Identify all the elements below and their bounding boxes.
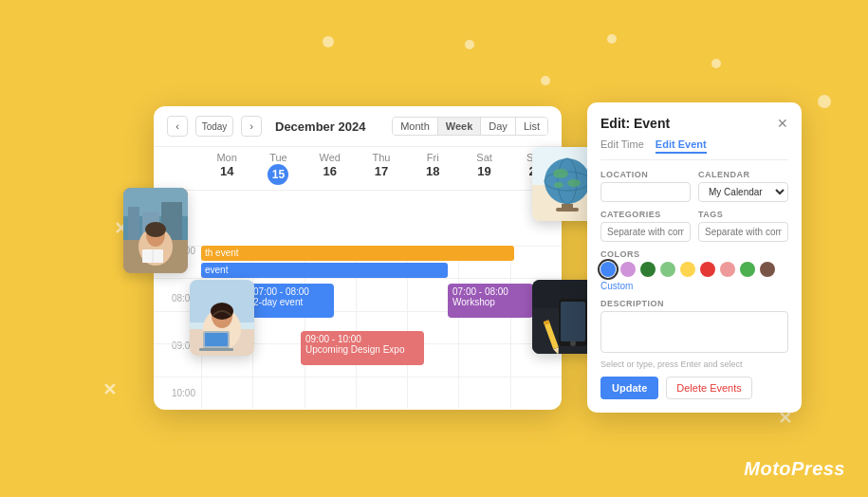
edit-panel-title: Edit: Event: [600, 116, 670, 131]
svg-point-23: [545, 158, 590, 204]
categories-group: CATEGORIES: [600, 210, 691, 242]
grid-row-5: [154, 377, 562, 409]
svg-point-26: [553, 169, 568, 178]
calendar-group: CALENDAR My Calendar: [698, 170, 788, 202]
day-num-tue: 15: [268, 164, 288, 185]
view-day[interactable]: Day: [481, 118, 516, 135]
description-section: DESCRIPTION Select or type, press Enter …: [600, 299, 788, 369]
event-workshop[interactable]: 07:00 - 08:00 Workshop: [448, 284, 533, 318]
day-name-thu: Thu: [373, 152, 391, 163]
photo-woman-reading: [123, 188, 188, 273]
tags-group: TAGS: [698, 210, 788, 242]
color-brown[interactable]: [760, 262, 775, 277]
photo-woman-laptop: [190, 280, 254, 356]
day-header-mon: Mon 14: [201, 147, 252, 190]
tab-edit-event[interactable]: Edit Event: [656, 138, 707, 154]
color-yellow[interactable]: [680, 262, 695, 277]
photo-woman-laptop-svg: [190, 280, 254, 356]
description-textarea[interactable]: [600, 311, 788, 353]
grid-col-6: [458, 246, 509, 409]
svg-point-28: [554, 182, 563, 188]
svg-rect-29: [562, 204, 573, 208]
event-2day-time: 07:00 - 08:00: [253, 286, 329, 297]
svg-point-27: [567, 179, 581, 187]
colors-label: COLORS: [600, 249, 788, 259]
day-num-thu: 17: [356, 164, 407, 178]
view-week[interactable]: Week: [438, 118, 482, 135]
view-buttons: Month Week Day List: [392, 117, 548, 136]
event-th-event[interactable]: th event: [201, 246, 514, 261]
close-button[interactable]: ✕: [777, 117, 788, 130]
svg-rect-30: [556, 208, 579, 212]
location-input[interactable]: [600, 182, 691, 202]
day-name-tue: Tue: [269, 152, 287, 163]
dot-decor-1: [323, 36, 334, 47]
day-header-tue: Tue 15: [252, 147, 304, 190]
event-workshop-title: Workshop: [452, 297, 528, 307]
custom-color-link[interactable]: Custom: [600, 281, 788, 291]
action-buttons: Update Delete Events: [600, 377, 788, 399]
color-red[interactable]: [700, 262, 715, 277]
calendar-label: CALENDAR: [698, 170, 788, 179]
prev-button[interactable]: ‹: [167, 116, 188, 137]
svg-rect-36: [561, 302, 585, 341]
calendar-card: ‹ Today › December 2024 Month Week Day L…: [154, 106, 562, 410]
day-num-mon: 14: [201, 164, 252, 178]
colors-row: [600, 262, 788, 277]
calendar-header: ‹ Today › December 2024 Month Week Day L…: [154, 106, 562, 147]
time-1000: 10:00: [154, 388, 201, 409]
event-event[interactable]: event: [201, 263, 448, 278]
update-button[interactable]: Update: [600, 377, 658, 399]
edit-tabs: Edit Time Edit Event: [600, 138, 788, 160]
dot-decor-2: [465, 40, 474, 49]
colors-section: COLORS Custom: [600, 249, 788, 291]
day-name-sat: Sat: [476, 152, 492, 163]
dot-decor-3: [541, 76, 550, 85]
color-red-light[interactable]: [720, 262, 735, 277]
calendar-select[interactable]: My Calendar: [698, 182, 788, 202]
tab-edit-time[interactable]: Edit Time: [600, 138, 644, 154]
day-name-wed: Wed: [319, 152, 340, 163]
event-workshop-time: 07:00 - 08:00: [452, 286, 528, 297]
svg-rect-20: [199, 348, 233, 351]
today-button[interactable]: Today: [195, 116, 233, 137]
event-2day[interactable]: 07:00 - 08:00 2-day event: [249, 284, 334, 318]
categories-tags-row: CATEGORIES TAGS: [600, 210, 788, 242]
event-design-expo[interactable]: 09:00 - 10:00 Upcoming Design Expo: [301, 331, 424, 365]
categories-input[interactable]: [600, 222, 691, 242]
svg-rect-19: [205, 333, 228, 346]
svg-point-9: [145, 222, 166, 237]
view-month[interactable]: Month: [393, 118, 438, 135]
color-blue[interactable]: [600, 262, 616, 277]
location-calendar-row: LOCATION CALENDAR My Calendar: [600, 170, 788, 202]
calendar-title: December 2024: [275, 120, 365, 134]
description-label: DESCRIPTION: [600, 299, 788, 308]
color-green-dark[interactable]: [640, 262, 656, 277]
day-num-fri: 18: [407, 164, 458, 178]
tags-input[interactable]: [698, 222, 788, 242]
tags-label: TAGS: [698, 210, 788, 219]
edit-panel-header: Edit: Event ✕: [600, 116, 788, 131]
location-label: LOCATION: [600, 170, 691, 179]
select-hint: Select or type, press Enter and select: [600, 359, 788, 369]
svg-rect-4: [128, 207, 139, 240]
location-group: LOCATION: [600, 170, 691, 202]
delete-button[interactable]: Delete Events: [666, 377, 751, 399]
color-purple-light[interactable]: [620, 262, 636, 277]
day-header-fri: Fri 18: [407, 147, 458, 190]
day-num-sat: 19: [458, 164, 509, 178]
color-green-light[interactable]: [660, 262, 675, 277]
next-button[interactable]: ›: [241, 116, 262, 137]
color-green[interactable]: [740, 262, 755, 277]
dot-decor-5: [818, 95, 831, 108]
dot-decor-4: [711, 59, 721, 68]
categories-label: CATEGORIES: [600, 210, 691, 219]
view-list[interactable]: List: [516, 118, 547, 135]
day-header-sat: Sat 19: [458, 147, 509, 190]
dot-decor-6: [607, 34, 617, 44]
day-num-wed: 16: [305, 164, 356, 178]
day-name-fri: Fri: [427, 152, 439, 163]
day-name-mon: Mon: [216, 152, 236, 163]
photo-woman-reading-svg: [123, 188, 188, 273]
edit-panel: Edit: Event ✕ Edit Time Edit Event LOCAT…: [587, 102, 802, 413]
